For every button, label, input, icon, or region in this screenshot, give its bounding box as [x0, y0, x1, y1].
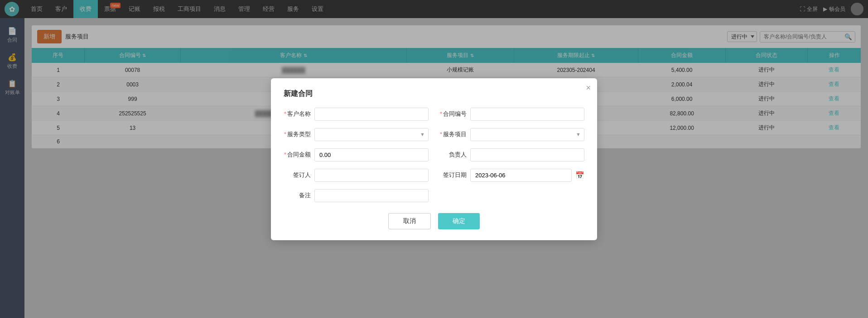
required-star-1: * [284, 110, 286, 117]
required-star-4: * [440, 131, 442, 138]
signer-input[interactable] [314, 169, 429, 182]
required-star-2: * [440, 110, 442, 117]
signer-label: 签订人 [284, 171, 311, 179]
remark-input[interactable] [314, 189, 429, 202]
form-group-signer: 签订人 [284, 169, 429, 182]
modal-overlay: × 新建合同 *客户名称 *合同编号 *服务类型 [0, 0, 868, 318]
form-group-contract-no: *合同编号 [439, 108, 584, 121]
confirm-button[interactable]: 确定 [438, 213, 480, 229]
required-star-5: * [284, 151, 286, 158]
form-row-4: 签订人 签订日期 📅 [284, 169, 584, 182]
form-group-person-in-charge: 负责人 [439, 148, 584, 161]
service-type-select-wrap: ▼ [314, 128, 429, 141]
service-type-label: *服务类型 [284, 130, 311, 138]
form-group-sign-date: 签订日期 📅 [439, 169, 584, 182]
form-row-2: *服务类型 ▼ *服务项目 ▼ [284, 128, 584, 141]
required-star-3: * [284, 131, 286, 138]
contract-no-input[interactable] [470, 108, 584, 121]
form-row-5: 备注 [284, 189, 584, 202]
service-item-select[interactable] [470, 128, 584, 141]
customer-name-label: *客户名称 [284, 110, 311, 118]
form-group-service-item: *服务项目 ▼ [439, 128, 584, 141]
modal-close-button[interactable]: × [586, 84, 591, 92]
form-group-customer-name: *客户名称 [284, 108, 429, 121]
service-type-select[interactable] [314, 128, 429, 141]
form-row-3: *合同金额 负责人 [284, 148, 584, 161]
form-group-amount: *合同金额 [284, 148, 429, 161]
form-row-1: *客户名称 *合同编号 [284, 108, 584, 121]
sign-date-input[interactable] [470, 169, 572, 182]
person-in-charge-label: 负责人 [439, 151, 467, 159]
amount-label: *合同金额 [284, 151, 311, 159]
service-item-label: *服务项目 [439, 130, 467, 138]
service-item-select-wrap: ▼ [470, 128, 584, 141]
person-in-charge-input[interactable] [470, 148, 584, 161]
remark-label: 备注 [284, 191, 311, 199]
contract-no-label: *合同编号 [439, 110, 467, 118]
new-contract-modal: × 新建合同 *客户名称 *合同编号 *服务类型 [271, 78, 597, 240]
customer-name-input[interactable] [314, 108, 429, 121]
form-group-remark: 备注 [284, 189, 429, 202]
amount-input[interactable] [314, 148, 429, 161]
cancel-button[interactable]: 取消 [388, 213, 431, 229]
modal-footer: 取消 确定 [284, 213, 584, 229]
form-group-service-type: *服务类型 ▼ [284, 128, 429, 141]
calendar-icon[interactable]: 📅 [575, 171, 584, 180]
modal-title: 新建合同 [284, 89, 584, 99]
sign-date-label: 签订日期 [439, 171, 467, 179]
